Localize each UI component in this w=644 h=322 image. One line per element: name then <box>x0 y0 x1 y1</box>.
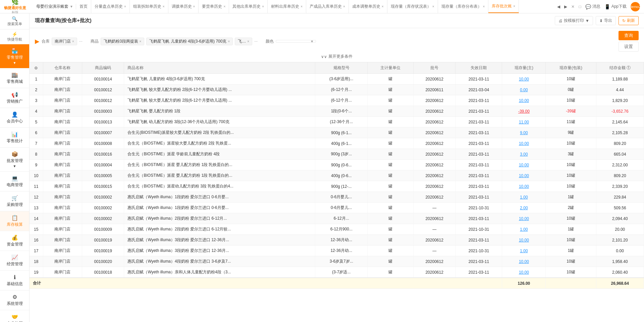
sidebar-item-ecom[interactable]: 💻 电商管理 <box>0 172 29 192</box>
cell-name: 惠氏启赋（Wyeth illuma）1段奶粉 爱尔兰进口 0-6月婴... <box>124 203 315 213</box>
close-tab-qita[interactable]: × <box>262 5 264 8</box>
sidebar-item-collab[interactable]: 🤝 企业协同 <box>0 310 29 322</box>
nav-next-btn[interactable]: ▶ <box>564 4 567 9</box>
cell-qty-main[interactable]: 10.00 <box>502 138 546 149</box>
tab-diaob[interactable]: 调拨单历史 × <box>168 0 199 13</box>
cell-qty-main[interactable]: 3.00 <box>502 149 546 160</box>
cell-expire: 2021-10-31 <box>455 246 502 256</box>
expand-more-filters-btn[interactable]: ∨∨ 展开更多条件 <box>35 54 639 59</box>
color-input[interactable]: ▼ <box>276 40 316 43</box>
warehouse-tag[interactable]: 南岸门店 × <box>52 38 77 45</box>
sidebar-quick-nav[interactable]: ⚡ 快捷导航 <box>0 30 29 44</box>
nav-prev-btn[interactable]: ◀ <box>557 4 560 9</box>
sidebar-item-basic[interactable]: ℹ 基础信息 <box>0 271 29 290</box>
retail-arrow: ▼ <box>13 61 16 65</box>
tab-xianc2[interactable]: 现存量（库存分布表）× <box>438 0 489 13</box>
message-btn[interactable]: 💬 消息 <box>585 4 600 9</box>
cell-qty-main[interactable]: 10.00 <box>502 235 546 246</box>
cell-expire: 2021-03-11 <box>455 160 502 170</box>
sidebar-item-wholesale[interactable]: 📦 批发管理 ▼ <box>0 148 29 172</box>
cell-qty-main[interactable]: 10.00 <box>502 256 546 267</box>
tab-cbtz[interactable]: 成本调整单历史 × <box>349 0 387 13</box>
close-tab-diaob[interactable]: × <box>193 5 195 8</box>
tab-xianc1[interactable]: 现存量（库存状况表）× <box>387 0 438 13</box>
cell-qty-main[interactable]: -39.00 <box>502 106 546 117</box>
cell-idx: 6 <box>30 127 43 138</box>
close-all-btn[interactable]: ✕ <box>571 4 575 9</box>
user-avatar[interactable]: demo2 <box>631 2 640 11</box>
tab-fenpan[interactable]: 分量盘点单历史 × <box>91 0 130 13</box>
product-tag-2[interactable]: 飞鹤星飞帆 儿童奶粉 4段(3-6岁适用) 700克 × <box>146 38 233 45</box>
product-tag-3[interactable]: 飞… × <box>235 38 252 45</box>
tab-qita[interactable]: 其他出库单历史 × <box>229 0 268 13</box>
search-button[interactable]: 查询 <box>619 31 639 40</box>
account-dropdown[interactable]: 母婴行业演示账套 ▼ <box>34 4 76 9</box>
cell-qty-main[interactable]: 10.00 <box>502 74 546 85</box>
cell-code: 00100014 <box>82 74 124 85</box>
close-tab-xianc1[interactable]: × <box>432 5 434 8</box>
sidebar-item-retail[interactable]: 🏪 零售管理 ▼ <box>0 44 29 68</box>
close-tab-xianc2[interactable]: × <box>483 5 485 8</box>
close-tab-chengpin[interactable]: × <box>343 5 345 8</box>
refresh-btn[interactable]: ↻ 刷新 <box>619 16 639 25</box>
cell-idx: 5 <box>30 117 43 127</box>
cell-expire: 2021-03-11 <box>455 170 502 181</box>
cell-qty-main[interactable]: 10.00 <box>502 213 546 224</box>
cell-qty-main[interactable]: 10.00 <box>502 160 546 170</box>
product-tag-1[interactable]: 飞鹤奶粉3段两提装 × <box>101 38 145 45</box>
close-tab-cailiaochu[interactable]: × <box>301 5 303 8</box>
cell-warehouse: 南岸门店 <box>43 246 82 256</box>
remove-product-tag-1[interactable]: × <box>140 40 142 43</box>
cell-balance: 2,094.40 <box>596 213 644 224</box>
sidebar-item-mall[interactable]: 🏬 零售商城 <box>0 68 29 88</box>
sidebar-item-operations[interactable]: 📈 经营管理 <box>0 251 29 271</box>
tab-chengpin[interactable]: 产成品入库单历史 × <box>306 0 349 13</box>
sidebar-item-purchase[interactable]: 🛒 采购管理 <box>0 192 29 211</box>
cell-qty-main[interactable]: 2.00 <box>502 203 546 213</box>
close-tab-kucun[interactable]: × <box>513 4 515 8</box>
remove-product-tag-2[interactable]: × <box>228 40 230 43</box>
remove-product-tag-3[interactable]: × <box>247 40 249 43</box>
sidebar-item-inventory[interactable]: 📋 库存核算 <box>0 211 29 231</box>
cell-qty-main[interactable]: 10.00 <box>502 181 546 192</box>
tab-yaohu[interactable]: 要货单历史 × <box>199 0 229 13</box>
sidebar-item-member[interactable]: 👤 会员中心 <box>0 108 29 128</box>
cell-qty-main[interactable]: 10.00 <box>502 267 546 278</box>
sidebar-search[interactable]: 🔍 搜索英单 <box>0 13 29 30</box>
close-tab-yaohu[interactable]: × <box>223 5 225 8</box>
sidebar-item-marketing[interactable]: 📢 营销推广 <box>0 88 29 108</box>
sidebar-item-stats[interactable]: 📊 零售统计 <box>0 128 29 148</box>
cell-qty-main[interactable]: 1.00 <box>502 192 546 203</box>
cell-qty-main[interactable]: 0.00 <box>502 85 546 95</box>
product-more[interactable]: ··· <box>254 39 258 44</box>
warehouse-more[interactable]: ··· <box>79 39 83 44</box>
remove-warehouse-tag[interactable]: × <box>72 40 74 43</box>
cell-qty-main[interactable]: 9.00 <box>502 127 546 138</box>
tab-zuhe[interactable]: 组装拆卸单历史 × <box>130 0 168 13</box>
cell-balance: 2,105.28 <box>596 127 644 138</box>
cell-qty-main[interactable]: 11.00 <box>502 117 546 127</box>
export-btn[interactable]: ⬇ 导出 <box>596 16 616 25</box>
cell-qty-main[interactable]: 10.00 <box>502 95 546 106</box>
cell-qty-main[interactable]: 1.00 <box>502 246 546 256</box>
sidebar-item-finance[interactable]: 💰 资金管理 <box>0 231 29 251</box>
sidebar-item-system[interactable]: ⚙ 系统管理 <box>0 290 29 310</box>
cell-expire: 2021-03-11 <box>455 106 502 117</box>
cell-qty-main[interactable]: 10.00 <box>502 170 546 181</box>
tab-home[interactable]: 首页 <box>76 0 91 13</box>
print-btn[interactable]: 🖨 按模板打印 ▼ <box>555 16 593 25</box>
close-tab-zuhe[interactable]: × <box>163 5 165 8</box>
tab-cailiaochu[interactable]: 材料出库单历史 × <box>268 0 306 13</box>
tab-kucun[interactable]: 库存批次账 × <box>488 0 519 13</box>
cell-qty-main[interactable]: 1.00 <box>502 224 546 235</box>
maximize-btn[interactable]: □ <box>579 4 581 9</box>
th-settings[interactable]: ⚙ <box>30 62 43 74</box>
cell-qty-pack: 11罐 <box>546 117 596 127</box>
filter-toggle-arrow[interactable]: ▶ <box>35 38 39 45</box>
close-tab-fenpan[interactable]: × <box>124 5 126 8</box>
set-button[interactable]: 设置 <box>619 42 639 52</box>
cell-expire: 2021-03-11 <box>455 149 502 160</box>
close-tab-cbtz[interactable]: × <box>382 5 384 8</box>
cell-spec: (6-12个月... <box>315 95 368 106</box>
app-download-btn[interactable]: 📱 App下载 <box>604 4 627 9</box>
